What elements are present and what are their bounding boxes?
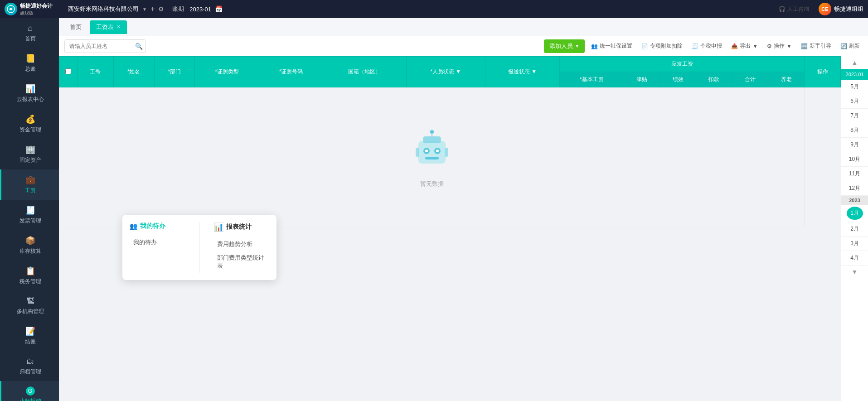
col-operation: 操作	[805, 57, 841, 87]
export-icon: 📤	[731, 43, 738, 49]
finance-icon: 💰	[25, 114, 35, 124]
company-area: 西安虾米网络科技有限公司 ▼ + ⚙ 账期 2023-01 📅	[63, 5, 776, 13]
sidebar-label-finance: 资金管理	[19, 126, 41, 134]
archive-icon: 🗂	[26, 357, 34, 366]
salary-icon: 💼	[25, 175, 35, 185]
user-area[interactable]: CE 畅捷通组组	[819, 3, 863, 15]
tab-close-salary[interactable]: ✕	[116, 24, 121, 30]
multi-icon: 🏗	[26, 296, 34, 306]
popup-divider	[199, 222, 200, 273]
col-salary-group: 应发工资	[560, 57, 805, 72]
tab-salary[interactable]: 工资表 ✕	[90, 20, 127, 34]
month-10[interactable]: 10月	[841, 152, 868, 167]
col-id-type: *证照类型	[195, 57, 259, 87]
deduct-btn[interactable]: 📄 专项附加扣除	[639, 40, 685, 52]
svg-rect-2	[423, 136, 441, 143]
tax-report-btn[interactable]: 🧾 个税申报	[689, 40, 725, 52]
month-3[interactable]: 3月	[841, 237, 868, 251]
add-person-button[interactable]: 添加人员 ▼	[544, 39, 585, 53]
refresh-btn[interactable]: 🔄 刷新	[838, 40, 863, 52]
operations-icon: ⚙	[767, 43, 772, 49]
month-nav-up[interactable]: ▲	[841, 56, 868, 69]
header-right: 🎧 人工咨询 CE 畅捷通组组	[776, 3, 863, 15]
tax-icon: 📋	[25, 266, 35, 276]
sidebar-item-report[interactable]: 📊 云报表中心	[0, 78, 59, 109]
social-insurance-btn[interactable]: 👥 统一社保设置	[588, 40, 635, 52]
table-wrapper: 工号 *姓名 *部门 *证照类型 *证照号码 国籍（地区） *人员状态 ▼ 报送…	[59, 56, 841, 401]
month-4[interactable]: 4月	[841, 251, 868, 266]
month-7[interactable]: 7月	[841, 109, 868, 123]
select-all-checkbox[interactable]	[65, 68, 71, 74]
sidebar-item-home[interactable]: ⌂ 首页	[0, 18, 59, 48]
empty-message: 暂无数据	[420, 180, 444, 188]
deduct-label: 专项附加扣除	[650, 42, 683, 50]
sidebar-item-accounts[interactable]: 📝 结账	[0, 321, 59, 351]
col-report-status: 报送状态 ▼	[485, 57, 559, 87]
month-11[interactable]: 11月	[841, 167, 868, 181]
svg-point-8	[425, 150, 428, 152]
sidebar-item-ledger[interactable]: 📒 总账	[0, 48, 59, 78]
add-dropdown-arrow: ▼	[575, 43, 579, 48]
sidebar-label-archive: 归档管理	[19, 368, 41, 376]
period-value[interactable]: 2023-01	[189, 6, 211, 13]
settings-icon[interactable]: ⚙	[158, 5, 164, 13]
svg-rect-6	[416, 148, 419, 157]
company-name: 西安虾米网络科技有限公司	[68, 5, 139, 13]
sidebar-item-inventory[interactable]: 📦 库存核算	[0, 230, 59, 261]
month-2[interactable]: 2月	[841, 222, 868, 237]
sidebar-item-invoice[interactable]: 🧾 发票管理	[0, 200, 59, 230]
logo-text: 畅捷通好会计 旗舰版	[20, 2, 53, 16]
avatar: CE	[819, 3, 831, 15]
calendar-icon[interactable]: 📅	[215, 5, 223, 13]
month-1-active[interactable]: 1月	[847, 207, 863, 220]
sidebar-label-salary: 工资	[25, 187, 36, 194]
col-nationality: 国籍（地区）	[323, 57, 406, 87]
report-stat-icon: 📊	[213, 222, 223, 232]
popup-item-cost-trend[interactable]: 费用趋势分析	[213, 237, 270, 251]
select-all-header	[59, 57, 78, 87]
sidebar-item-assets[interactable]: 🏢 固定资产	[0, 139, 59, 169]
sidebar-label-accounts: 结账	[25, 338, 36, 346]
month-8[interactable]: 8月	[841, 123, 868, 138]
search-button[interactable]: 🔍	[135, 43, 143, 50]
tab-home[interactable]: 首页	[63, 20, 88, 34]
sidebar-item-tax[interactable]: 📋 税务管理	[0, 261, 59, 291]
add-person-label: 添加人员	[549, 42, 573, 50]
refresh-icon: 🔄	[840, 43, 847, 49]
guide-new-icon: 🆕	[801, 43, 808, 49]
svg-rect-1	[418, 141, 446, 164]
popup-item-my-todo[interactable]: 我的待办	[130, 236, 186, 249]
export-btn[interactable]: 📤 导出 ▼	[728, 40, 761, 52]
empty-state-cell: 暂无数据	[59, 87, 805, 228]
sidebar: ⌂ 首页 📒 总账 📊 云报表中心 💰 资金管理 🏢 固定资产 💼 工资 🧾 发…	[0, 18, 59, 401]
month-9[interactable]: 9月	[841, 138, 868, 152]
col-dept: *部门	[154, 57, 195, 87]
popup-todo-title: 👥 我的待办	[130, 222, 186, 230]
tab-bar: 首页 工资表 ✕	[59, 18, 868, 36]
sidebar-item-xiaochang[interactable]: G 小畅报销 ◀	[0, 381, 59, 401]
guide-btn[interactable]: 🆕 新手引导	[798, 40, 834, 52]
popup-item-dept-cost[interactable]: 部门费用类型统计表	[213, 251, 270, 273]
company-dropdown-arrow[interactable]: ▼	[142, 7, 147, 12]
month-5[interactable]: 5月	[841, 80, 868, 94]
operations-btn[interactable]: ⚙ 操作 ▼	[764, 40, 795, 52]
headset-icon: 🎧	[779, 6, 786, 12]
period-label: 账期	[172, 5, 184, 13]
sidebar-item-salary[interactable]: 💼 工资	[0, 169, 59, 200]
sidebar-item-archive[interactable]: 🗂 归档管理	[0, 351, 59, 381]
add-company-btn[interactable]: +	[150, 5, 155, 13]
toolbar: 🔍 添加人员 ▼ 👥 统一社保设置 📄 专项附加扣除 🧾 个税申报	[59, 36, 868, 56]
service-btn[interactable]: 🎧 人工咨询	[776, 4, 812, 15]
svg-rect-7	[445, 148, 448, 157]
year-2023-label: 2023	[841, 196, 868, 205]
col-base-salary: *基本工资	[560, 72, 624, 87]
operations-label: 操作	[774, 42, 785, 50]
search-input[interactable]	[64, 39, 146, 53]
sidebar-item-multi[interactable]: 🏗 多机构管理	[0, 291, 59, 321]
operations-arrow: ▼	[786, 43, 792, 49]
month-6[interactable]: 6月	[841, 94, 868, 109]
month-nav-down[interactable]: ▼	[841, 266, 868, 278]
sidebar-item-finance[interactable]: 💰 资金管理	[0, 109, 59, 139]
empty-state-icon	[409, 127, 455, 173]
month-12[interactable]: 12月	[841, 181, 868, 196]
